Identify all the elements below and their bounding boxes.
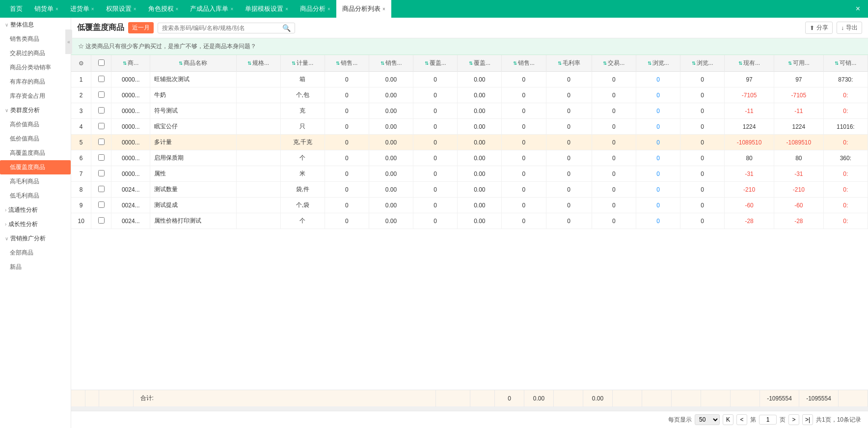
cell-browse1[interactable]: 0 — [636, 150, 680, 166]
nav-template-settings[interactable]: 单据模板设置 × — [239, 0, 294, 18]
close-all-button[interactable]: × — [852, 4, 864, 13]
cell-browse1[interactable]: 0 — [636, 103, 680, 119]
time-filter-button[interactable]: 近一月 — [128, 22, 154, 33]
th-cover1[interactable]: 覆盖... — [413, 55, 458, 72]
browse-link[interactable]: 0 — [656, 171, 660, 177]
sidebar-group-liquidity[interactable]: › 流通性分析 — [0, 203, 71, 217]
browse-link[interactable]: 0 — [656, 92, 660, 99]
th-gross-rate[interactable]: 毛利率 — [546, 55, 592, 72]
sidebar-collapse-button[interactable]: « — [65, 29, 72, 54]
search-icon[interactable]: 🔍 — [282, 24, 291, 32]
page-size-select[interactable]: 50 100 200 — [695, 414, 720, 425]
prev-page-button[interactable]: < — [736, 414, 747, 425]
cell-browse1[interactable]: 0 — [636, 213, 680, 229]
th-checkbox[interactable] — [91, 55, 111, 72]
sidebar-item-stock-goods[interactable]: 有库存的商品 — [0, 75, 71, 89]
browse-link[interactable]: 0 — [656, 108, 660, 114]
sidebar-item-category-sales-rate[interactable]: 商品分类动销率 — [0, 60, 71, 75]
th-settings[interactable]: ⚙ — [71, 55, 91, 72]
th-sales-amt[interactable]: 销售... — [369, 55, 413, 72]
sidebar-item-all-goods[interactable]: 全部商品 — [0, 246, 71, 260]
cell-browse1[interactable]: 0 — [636, 135, 680, 150]
sidebar-item-low-coverage[interactable]: 低覆盖度商品 — [0, 160, 71, 174]
sidebar-group-cluster[interactable]: ∨ 类群度分析 — [0, 103, 71, 117]
th-name[interactable]: 商品名称 — [150, 55, 237, 72]
cell-checkbox[interactable] — [91, 72, 111, 87]
search-input[interactable] — [162, 25, 282, 31]
close-icon[interactable]: × — [327, 6, 330, 12]
th-stock-sell[interactable]: 可销... — [823, 55, 868, 72]
sidebar-group-overall[interactable]: ∨ 整体信息 — [0, 18, 71, 32]
sidebar-item-new-goods[interactable]: 新品 — [0, 260, 71, 274]
close-icon[interactable]: × — [176, 6, 179, 12]
close-icon[interactable]: × — [230, 6, 233, 12]
cell-browse1[interactable]: 0 — [636, 87, 680, 103]
browse-link[interactable]: 0 — [656, 186, 660, 193]
cell-checkbox[interactable] — [91, 150, 111, 166]
close-icon[interactable]: × — [55, 6, 58, 12]
cell-checkbox[interactable] — [91, 213, 111, 229]
cell-browse1[interactable]: 0 — [636, 72, 680, 87]
th-unit[interactable]: 计量... — [280, 55, 325, 72]
cell-checkbox[interactable] — [91, 103, 111, 119]
browse-link[interactable]: 0 — [656, 155, 660, 162]
scrollbar[interactable] — [71, 407, 868, 411]
th-spec[interactable]: 规格... — [236, 55, 280, 72]
sidebar-item-low-margin[interactable]: 低毛利商品 — [0, 189, 71, 203]
cell-checkbox[interactable] — [91, 119, 111, 135]
page-number-input[interactable] — [759, 415, 777, 425]
cell-browse1[interactable]: 0 — [636, 119, 680, 135]
sidebar-item-traded-goods[interactable]: 交易过的商品 — [0, 46, 71, 60]
sidebar-item-high-coverage[interactable]: 高覆盖度商品 — [0, 146, 71, 160]
cell-checkbox[interactable] — [91, 135, 111, 150]
sidebar-item-stock-capital[interactable]: 库存资金占用 — [0, 89, 71, 103]
sidebar-item-high-margin[interactable]: 高毛利商品 — [0, 174, 71, 189]
nav-product-analysis-list[interactable]: 商品分析列表 × — [336, 0, 391, 18]
select-all-checkbox[interactable] — [98, 59, 105, 66]
cell-checkbox[interactable] — [91, 198, 111, 213]
th-code[interactable]: 商... — [111, 55, 150, 72]
sidebar-item-high-value[interactable]: 高价值商品 — [0, 117, 71, 132]
first-page-button[interactable]: K — [723, 414, 733, 425]
browse-link[interactable]: 0 — [656, 76, 660, 83]
browse-link[interactable]: 0 — [656, 123, 660, 130]
th-stock-avail[interactable]: 可用... — [774, 55, 823, 72]
nav-product-analysis[interactable]: 商品分析 × — [294, 0, 336, 18]
export-button[interactable]: ↓ 导出 — [837, 22, 862, 34]
th-cover2[interactable]: 覆盖... — [458, 55, 502, 72]
sidebar-group-growth[interactable]: › 成长性分析 — [0, 217, 71, 231]
th-trade[interactable]: 交易... — [592, 55, 636, 72]
last-page-button[interactable]: >| — [802, 414, 813, 425]
close-icon[interactable]: × — [91, 6, 94, 12]
th-sales-qty[interactable]: 销售... — [325, 55, 369, 72]
cell-browse1[interactable]: 0 — [636, 198, 680, 213]
browse-link[interactable]: 0 — [656, 139, 660, 146]
th-stock-cur[interactable]: 现有... — [725, 55, 774, 72]
data-table-container[interactable]: ⚙ 商... 商品名称 规格... 计量... 销售... 销售... 覆盖..… — [71, 55, 868, 390]
th-browse2[interactable]: 浏览... — [680, 55, 725, 72]
close-icon[interactable]: × — [285, 6, 288, 12]
sidebar-item-low-value[interactable]: 低价值商品 — [0, 132, 71, 146]
cell-browse1[interactable]: 0 — [636, 182, 680, 198]
browse-link[interactable]: 0 — [656, 218, 660, 225]
nav-role-auth[interactable]: 角色授权 × — [142, 0, 185, 18]
sidebar-group-marketing[interactable]: ∨ 营销推广分析 — [0, 231, 71, 246]
cell-checkbox[interactable] — [91, 87, 111, 103]
browse-link[interactable]: 0 — [656, 202, 660, 209]
close-icon[interactable]: × — [134, 6, 136, 12]
sidebar-item-sales-goods[interactable]: 销售类商品 — [0, 32, 71, 46]
share-button[interactable]: ⬆ 分享 — [805, 22, 833, 34]
th-sales2[interactable]: 销售... — [502, 55, 546, 72]
nav-home[interactable]: 首页 — [4, 0, 28, 18]
search-box[interactable]: 🔍 — [158, 23, 295, 33]
cell-checkbox[interactable] — [91, 166, 111, 182]
nav-purchase-order[interactable]: 进货单 × — [64, 0, 100, 18]
cell-checkbox[interactable] — [91, 182, 111, 198]
close-icon[interactable]: × — [382, 6, 385, 12]
nav-finished-goods[interactable]: 产成品入库单 × — [184, 0, 239, 18]
th-browse1[interactable]: 浏览... — [636, 55, 680, 72]
nav-sales-order[interactable]: 销货单 × — [28, 0, 64, 18]
nav-permission-settings[interactable]: 权限设置 × — [100, 0, 142, 18]
cell-browse1[interactable]: 0 — [636, 166, 680, 182]
next-page-button[interactable]: > — [788, 414, 799, 425]
